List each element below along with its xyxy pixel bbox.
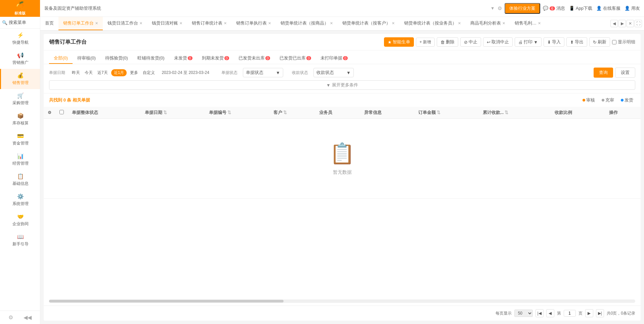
collapse-icon[interactable]: ◀◀ bbox=[24, 314, 32, 321]
col-settings[interactable]: ⚙ bbox=[44, 107, 55, 119]
col-checkbox[interactable] bbox=[55, 107, 68, 119]
subtab-not-shipped[interactable]: 未发货0 bbox=[169, 53, 197, 64]
select-all-checkbox[interactable] bbox=[59, 110, 64, 114]
tab-sales-gross[interactable]: 销售毛利… ✕ bbox=[510, 17, 546, 30]
export-icon: ⬆ bbox=[570, 40, 574, 45]
show-detail-checkbox[interactable] bbox=[612, 40, 616, 44]
ship-action-button[interactable]: 发货 bbox=[619, 96, 635, 104]
settings-icon[interactable]: ⚙ bbox=[8, 314, 13, 321]
set-button[interactable]: 设置 bbox=[615, 68, 635, 78]
tab-close-icon[interactable]: ✕ bbox=[95, 21, 98, 26]
payment-select[interactable]: 收款状态 ▼ bbox=[313, 68, 354, 77]
stop-button[interactable]: ⊘ 中止 bbox=[460, 37, 481, 47]
search-menu[interactable]: 🔍 搜索菜单 bbox=[0, 17, 40, 29]
col-amount[interactable]: 订单金额⇅ bbox=[414, 107, 478, 119]
tab-close-icon[interactable]: ✕ bbox=[268, 21, 271, 26]
tab-close-icon[interactable]: ✕ bbox=[502, 21, 505, 26]
tab-sales-goods[interactable]: 销货单统计表（按商品） ✕ bbox=[276, 17, 338, 30]
subtab-shipped-out[interactable]: 已发货已出库0 bbox=[275, 53, 316, 64]
scrollbar-thumb[interactable] bbox=[49, 300, 284, 302]
delete-button[interactable]: 🗑 删除 bbox=[437, 37, 458, 47]
date-opt-more[interactable]: 更多 bbox=[129, 69, 139, 76]
sidebar-item-purchase[interactable]: 🛒 采购管理 bbox=[0, 89, 40, 109]
col-customer[interactable]: 客户⇅ bbox=[269, 107, 315, 119]
subtab-all[interactable]: 全部(0) bbox=[49, 53, 73, 64]
add-button[interactable]: + 新增 bbox=[416, 38, 435, 47]
tab-close-all-button[interactable]: ✕ bbox=[627, 20, 634, 27]
review-action-button[interactable]: 审核 bbox=[581, 96, 597, 104]
experience-button[interactable]: 体验行业方案 bbox=[505, 3, 540, 14]
subtab-pending-check[interactable]: 待拣验货(0) bbox=[100, 53, 133, 64]
subtab-overdue-ship[interactable]: 到期未发货0 bbox=[197, 53, 234, 64]
subtab-not-printed[interactable]: 未打印单据0 bbox=[316, 53, 352, 64]
cancel-stop-button[interactable]: ↩ 取消中止 bbox=[483, 37, 513, 47]
tab-sales-staff[interactable]: 销货单统计表（按业务员） ✕ bbox=[399, 17, 466, 30]
prev-page-button[interactable]: ◀ bbox=[546, 309, 554, 317]
sidebar-item-inventory[interactable]: 📦 库存核算 bbox=[0, 109, 40, 129]
tab-close-icon[interactable]: ✕ bbox=[392, 21, 395, 26]
sidebar-item-guide[interactable]: 📖 新手引导 bbox=[0, 230, 40, 250]
first-page-button[interactable]: |◀ bbox=[535, 309, 544, 317]
dropdown-arrow-icon[interactable]: ▼ bbox=[490, 6, 495, 11]
sidebar-item-sales[interactable]: 💰 销售管理 bbox=[0, 69, 40, 89]
sidebar-item-management[interactable]: 📊 经营管理 bbox=[0, 150, 40, 170]
settings-header-icon[interactable]: ⚙ bbox=[498, 5, 502, 11]
date-opt-today[interactable]: 今天 bbox=[83, 69, 94, 76]
tab-sales-customer[interactable]: 销货单统计表（按客户） ✕ bbox=[338, 17, 399, 30]
app-download-button[interactable]: 📱 App下载 bbox=[569, 5, 592, 11]
col-number[interactable]: 单据编号⇅ bbox=[205, 107, 269, 119]
tab-gross-profit[interactable]: 商品毛利分析表 ✕ bbox=[466, 17, 510, 30]
date-opt-1month[interactable]: 近1月 bbox=[111, 69, 127, 76]
status-select[interactable]: 单据状态 ▼ bbox=[243, 68, 283, 77]
tab-cash-daily[interactable]: 钱货日清工作台 ✕ bbox=[103, 17, 147, 30]
tab-cash-reconcile[interactable]: 钱货日清对账 ✕ bbox=[147, 17, 187, 30]
tab-close-icon[interactable]: ✕ bbox=[330, 21, 333, 26]
next-page-button[interactable]: ▶ bbox=[585, 309, 593, 317]
date-opt-7days[interactable]: 近7天 bbox=[96, 69, 109, 76]
online-service-button[interactable]: 👤 在线客服 bbox=[596, 5, 620, 11]
col-collected[interactable]: 累计收款...⇅ bbox=[479, 107, 551, 119]
subtab-shop-pending[interactable]: 旺铺待发货(0) bbox=[133, 53, 169, 64]
subtab-pending-review[interactable]: 待审核(0) bbox=[73, 53, 100, 64]
tab-close-icon[interactable]: ✕ bbox=[224, 21, 227, 26]
tab-fullscreen-button[interactable]: ⛶ bbox=[635, 20, 642, 27]
tab-close-icon[interactable]: ✕ bbox=[139, 21, 142, 26]
per-page-select[interactable]: 50 100 200 bbox=[514, 310, 533, 317]
message-button[interactable]: 💬 6 消息 bbox=[543, 5, 565, 11]
date-opt-yesterday[interactable]: 昨天 bbox=[71, 69, 81, 76]
user-button[interactable]: 👤 用友 bbox=[625, 5, 640, 11]
tab-sales-stats[interactable]: 销售订单统计表 ✕ bbox=[187, 17, 231, 30]
refresh-button[interactable]: ↻ 刷新 bbox=[589, 37, 610, 47]
tab-close-icon[interactable]: ✕ bbox=[538, 21, 541, 26]
page-number-input[interactable] bbox=[564, 310, 576, 317]
col-date[interactable]: 单据日期⇅ bbox=[141, 107, 205, 119]
query-button[interactable]: 查询 bbox=[594, 68, 613, 78]
horizontal-scrollbar[interactable] bbox=[49, 299, 635, 303]
tab-prev-button[interactable]: ◀ bbox=[610, 20, 618, 27]
sidebar-item-basic-info[interactable]: 📋 基础信息 bbox=[0, 170, 40, 190]
show-detail-label[interactable]: 显示明细 bbox=[612, 39, 635, 45]
smart-create-button[interactable]: ★ 智能生单 bbox=[384, 37, 414, 47]
print-button[interactable]: 🖨 打印 ▼ bbox=[515, 37, 542, 47]
sidebar-item-finance[interactable]: 💳 资金管理 bbox=[0, 129, 40, 150]
tab-close-icon[interactable]: ✕ bbox=[179, 21, 182, 26]
expand-button[interactable]: ▼ 展开更多条件 bbox=[49, 80, 635, 90]
tab-home[interactable]: 首页 bbox=[40, 17, 58, 30]
date-opt-custom[interactable]: 自定义 bbox=[141, 69, 156, 76]
last-page-button[interactable]: ▶| bbox=[596, 309, 604, 317]
sidebar-item-cooperation[interactable]: 🤝 企业协同 bbox=[0, 210, 40, 230]
unreview-action-button[interactable]: 充审 bbox=[600, 96, 616, 104]
per-page-label: 每页显示 bbox=[496, 311, 512, 316]
ship-label: 发货 bbox=[625, 97, 633, 103]
sidebar-item-quick-nav[interactable]: ⚡ 快捷导航 bbox=[0, 29, 40, 49]
tab-sales-exec[interactable]: 销售订单执行表 ✕ bbox=[231, 17, 276, 30]
tab-next-button[interactable]: ▶ bbox=[618, 20, 626, 27]
import-button[interactable]: ⬇ 导入 bbox=[544, 37, 564, 47]
tab-sales-workbench[interactable]: 销售订单工作台 ✕ bbox=[58, 17, 103, 30]
marketing-label: 营销推广 bbox=[12, 60, 29, 66]
sidebar-item-system[interactable]: ⚙️ 系统管理 bbox=[0, 190, 40, 210]
tab-close-icon[interactable]: ✕ bbox=[458, 21, 461, 26]
subtab-shipped-not-out[interactable]: 已发货未出库0 bbox=[234, 53, 275, 64]
sidebar-item-marketing[interactable]: 📢 营销推广 bbox=[0, 49, 40, 69]
export-button[interactable]: ⬆ 导出 bbox=[566, 37, 587, 47]
